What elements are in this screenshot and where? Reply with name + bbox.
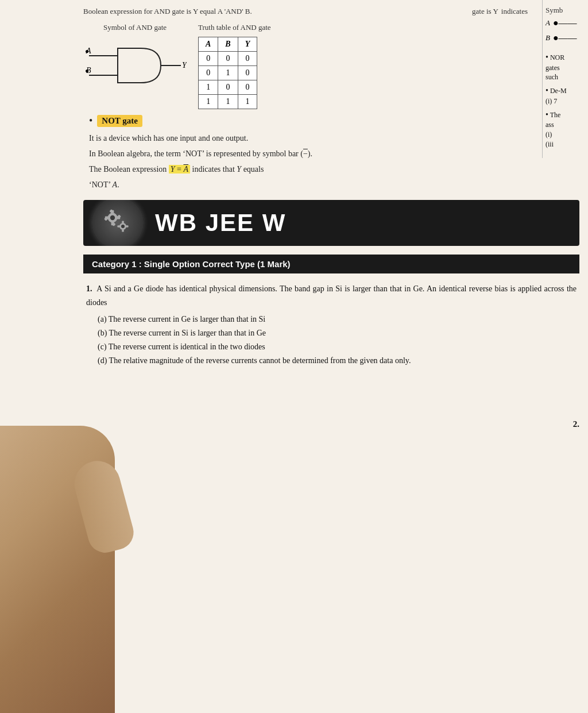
question-1-options: (a) The reverse current in Ge is larger … bbox=[86, 313, 577, 367]
cell-y-3: 1 bbox=[238, 94, 257, 109]
svg-text:●: ● bbox=[85, 67, 89, 75]
page-top-header: Boolean expression for AND gate is Y equ… bbox=[83, 6, 579, 17]
table-row: 0 0 0 bbox=[199, 51, 257, 65]
cell-b-3: 1 bbox=[218, 94, 238, 109]
cell-a-3: 1 bbox=[199, 94, 218, 109]
not-gate-line1: It is a device which has one input and o… bbox=[89, 132, 579, 145]
not-gate-heading: • NOT gate bbox=[89, 115, 579, 127]
not-gate-line4: ‘NOT’ A. bbox=[89, 178, 579, 191]
not-gate-label: NOT gate bbox=[97, 115, 142, 127]
not-gate-line2: In Boolean algebra, the term ‘NOT’ is re… bbox=[89, 147, 579, 160]
wbjee-gear-circle bbox=[92, 200, 144, 246]
table-row: 1 1 1 bbox=[199, 94, 257, 109]
svg-rect-22 bbox=[126, 225, 129, 228]
not-gate-line3: The Boolean expression Y = A indicates t… bbox=[89, 163, 579, 176]
option-a-key: (a) bbox=[98, 315, 107, 323]
question-section: 1. A Si and a Ge diode has identical phy… bbox=[83, 282, 579, 368]
svg-point-19 bbox=[121, 225, 125, 228]
hand-overlay bbox=[0, 426, 115, 713]
table-row: 1 0 0 bbox=[199, 80, 257, 94]
not-gate-section: • NOT gate It is a device which has one … bbox=[83, 115, 579, 191]
question-2-number: 2. bbox=[573, 419, 579, 429]
question-1: 1. A Si and a Ge diode has identical phy… bbox=[86, 282, 577, 368]
gear-icon bbox=[100, 206, 135, 240]
option-c-text: The reverse current is identical in the … bbox=[109, 342, 265, 351]
option-c: (c) The reverse current is identical in … bbox=[98, 340, 577, 354]
and-gate-symbol-section: Symbol of AND gate A ● B bbox=[83, 23, 187, 97]
option-b-text: The reverse current in Si is larger than… bbox=[109, 329, 266, 337]
question-1-number: 1. bbox=[86, 284, 92, 293]
cell-a-1: 0 bbox=[199, 65, 218, 80]
svg-rect-20 bbox=[122, 221, 124, 223]
page-container: Symb A ●—— B ●—— • NOR gates such • De-M… bbox=[0, 0, 588, 713]
svg-text:●: ● bbox=[85, 47, 89, 55]
truth-table-label: Truth table of AND gate bbox=[198, 23, 271, 32]
option-d: (d) The relative magnitude of the revers… bbox=[98, 354, 577, 368]
option-b: (b) The reverse current in Si is larger … bbox=[98, 326, 577, 340]
and-gate-section: Symbol of AND gate A ● B bbox=[83, 23, 579, 109]
svg-text:Y: Y bbox=[182, 61, 187, 70]
cell-a-0: 0 bbox=[199, 51, 218, 65]
option-a-text: The reverse current in Ge is larger than… bbox=[109, 315, 265, 323]
cell-b-2: 0 bbox=[218, 80, 238, 94]
question-1-text: 1. A Si and a Ge diode has identical phy… bbox=[86, 282, 577, 310]
truth-table-header-b: B bbox=[218, 37, 238, 51]
wbjee-text: WB JEE W bbox=[149, 209, 286, 237]
truth-table-section: Truth table of AND gate A B Y 0 0 0 bbox=[198, 23, 271, 109]
truth-table-header-a: A bbox=[199, 37, 218, 51]
option-c-key: (c) bbox=[98, 342, 107, 351]
option-d-text: The relative magnitude of the reverse cu… bbox=[109, 356, 411, 365]
svg-rect-21 bbox=[122, 229, 124, 232]
truth-table: A B Y 0 0 0 0 1 bbox=[198, 37, 257, 109]
and-gate-symbol-label: Symbol of AND gate bbox=[103, 23, 167, 32]
bullet-dot: • bbox=[89, 115, 92, 127]
table-row: 0 1 0 bbox=[199, 65, 257, 80]
hand-thumb bbox=[69, 456, 138, 556]
option-a: (a) The reverse current in Ge is larger … bbox=[98, 313, 577, 326]
category-bar: Category 1 : Single Option Correct Type … bbox=[83, 255, 579, 273]
wbjee-banner: WB JEE W bbox=[83, 200, 579, 246]
truth-table-header-y: Y bbox=[238, 37, 257, 51]
cell-y-0: 0 bbox=[238, 51, 257, 65]
cell-b-0: 0 bbox=[218, 51, 238, 65]
svg-rect-23 bbox=[117, 225, 120, 228]
and-gate-symbol-svg: A ● B ● Y bbox=[83, 40, 187, 94]
option-d-key: (d) bbox=[98, 356, 107, 365]
cell-y-1: 0 bbox=[238, 65, 257, 80]
cell-y-2: 0 bbox=[238, 80, 257, 94]
option-b-key: (b) bbox=[98, 329, 107, 337]
main-content: Boolean expression for AND gate is Y equ… bbox=[75, 0, 588, 386]
svg-point-9 bbox=[110, 215, 115, 220]
cell-a-2: 1 bbox=[199, 80, 218, 94]
cell-b-1: 1 bbox=[218, 65, 238, 80]
